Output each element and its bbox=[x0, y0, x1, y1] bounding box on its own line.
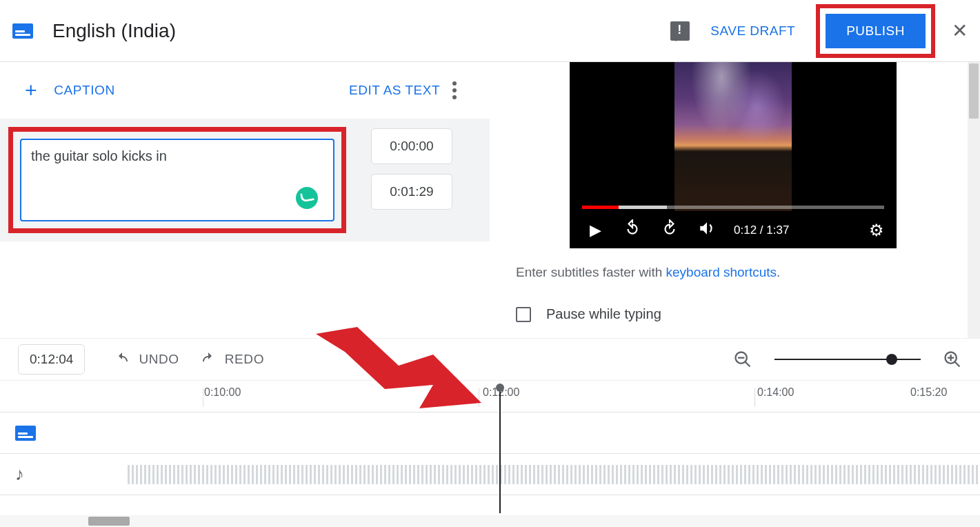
forward-10-icon[interactable] bbox=[657, 219, 683, 241]
video-thumbnail bbox=[674, 62, 792, 211]
timeline-playhead[interactable] bbox=[499, 388, 501, 513]
music-note-icon: ♪ bbox=[15, 464, 24, 485]
zoom-in-icon[interactable] bbox=[943, 350, 962, 369]
video-preview[interactable]: ▶ 0:12 / 1:37 ⚙ bbox=[570, 62, 897, 248]
svg-line-4 bbox=[955, 362, 960, 367]
language-title: English (India) bbox=[52, 20, 670, 42]
hint-prefix: Enter subtitles faster with bbox=[516, 265, 666, 279]
zoom-controls bbox=[733, 350, 962, 369]
rewind-10-icon[interactable] bbox=[619, 219, 646, 241]
keyboard-shortcuts-hint: Enter subtitles faster with keyboard sho… bbox=[516, 265, 980, 280]
feedback-icon[interactable] bbox=[670, 21, 690, 41]
video-timecode: 0:12 / 1:37 bbox=[734, 223, 789, 237]
main-area: + CAPTION EDIT AS TEXT the guitar solo k… bbox=[0, 62, 980, 338]
caption-start-time-input[interactable]: 0:00:00 bbox=[371, 128, 452, 164]
undo-label: UNDO bbox=[139, 352, 179, 367]
caption-highlight: the guitar solo kicks in bbox=[8, 127, 346, 233]
vertical-scrollbar[interactable] bbox=[968, 62, 980, 338]
edit-as-text-button[interactable]: EDIT AS TEXT bbox=[349, 83, 440, 98]
grammarly-icon[interactable] bbox=[296, 187, 318, 209]
pause-while-typing-row: Pause while typing bbox=[516, 306, 980, 322]
caption-time-column: 0:00:00 0:01:29 bbox=[371, 127, 452, 233]
ruler-tick-3: 0:14:00 bbox=[757, 386, 794, 399]
redo-button[interactable]: REDO bbox=[199, 351, 264, 368]
plus-icon: + bbox=[25, 79, 37, 102]
played-segment bbox=[582, 206, 619, 209]
caption-track-icon bbox=[15, 426, 36, 441]
vertical-scrollbar-thumb[interactable] bbox=[969, 63, 979, 119]
publish-button[interactable]: PUBLISH bbox=[826, 14, 926, 48]
add-caption-button[interactable]: + CAPTION bbox=[25, 79, 115, 102]
timeline-ruler[interactable]: 0:10:00 0:12:00 0:14:00 0:15:20 bbox=[0, 381, 980, 412]
publish-highlight: PUBLISH bbox=[816, 4, 935, 58]
hint-suffix: . bbox=[777, 265, 780, 279]
caption-text-input[interactable]: the guitar solo kicks in bbox=[20, 139, 334, 221]
left-panel-header: + CAPTION EDIT AS TEXT bbox=[0, 62, 490, 119]
caption-row: the guitar solo kicks in 0:00:00 0:01:29 bbox=[0, 119, 490, 241]
ruler-tick-4: 0:15:20 bbox=[910, 386, 947, 399]
volume-icon[interactable] bbox=[694, 219, 720, 241]
timeline-toolbar: 0:12:04 UNDO REDO bbox=[0, 338, 980, 381]
audio-track[interactable]: ♪ bbox=[0, 454, 980, 495]
save-draft-button[interactable]: SAVE DRAFT bbox=[710, 23, 795, 39]
zoom-slider-thumb[interactable] bbox=[886, 354, 897, 365]
caption-track[interactable] bbox=[0, 412, 980, 454]
right-panel: ▶ 0:12 / 1:37 ⚙ Enter subtitles faster w… bbox=[490, 62, 980, 338]
video-controls: ▶ 0:12 / 1:37 ⚙ bbox=[582, 219, 884, 241]
video-progress-bar[interactable] bbox=[582, 206, 884, 209]
header: English (India) SAVE DRAFT PUBLISH ✕ bbox=[0, 0, 980, 62]
svg-line-1 bbox=[746, 362, 750, 367]
zoom-out-icon[interactable] bbox=[733, 350, 752, 369]
redo-label: REDO bbox=[225, 352, 264, 367]
keyboard-shortcuts-link[interactable]: keyboard shortcuts bbox=[666, 265, 777, 279]
settings-gear-icon[interactable]: ⚙ bbox=[869, 221, 884, 240]
pause-while-typing-label: Pause while typing bbox=[546, 306, 661, 322]
add-caption-label: CAPTION bbox=[54, 83, 115, 98]
left-panel: + CAPTION EDIT AS TEXT the guitar solo k… bbox=[0, 62, 490, 338]
caption-end-time-input[interactable]: 0:01:29 bbox=[371, 174, 452, 210]
subtitles-icon bbox=[12, 23, 33, 39]
audio-waveform bbox=[128, 465, 980, 484]
more-options-icon[interactable] bbox=[452, 88, 457, 92]
caption-text-value: the guitar solo kicks in bbox=[31, 148, 167, 163]
play-icon[interactable]: ▶ bbox=[582, 221, 608, 239]
ruler-tick-1: 0:10:00 bbox=[204, 386, 241, 399]
close-icon[interactable]: ✕ bbox=[952, 19, 968, 42]
horizontal-scrollbar[interactable] bbox=[0, 515, 980, 527]
horizontal-scrollbar-thumb[interactable] bbox=[88, 517, 130, 526]
undo-button[interactable]: UNDO bbox=[112, 351, 179, 368]
zoom-slider[interactable] bbox=[774, 359, 921, 360]
playhead-timecode-input[interactable]: 0:12:04 bbox=[18, 344, 85, 375]
pause-while-typing-checkbox[interactable] bbox=[516, 307, 531, 322]
